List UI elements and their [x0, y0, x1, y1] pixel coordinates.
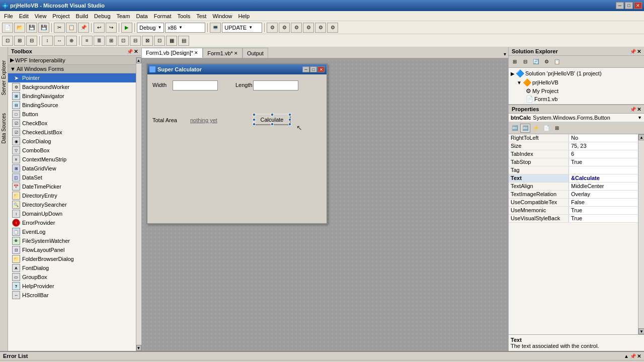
toolbox-section-wpf[interactable]: ▶ WPF Interoperability — [8, 56, 141, 65]
prop-val-tabstop[interactable]: True — [569, 158, 638, 166]
menu-file[interactable]: File — [1, 12, 16, 20]
form-title-bar[interactable]: Super Calculator ─ □ ✕ — [147, 64, 327, 74]
toolbox-item-fontdialog[interactable]: A FontDialog — [8, 263, 141, 273]
toolbar-btn1[interactable]: ⚙ — [267, 23, 278, 33]
menu-view[interactable]: View — [32, 12, 50, 20]
toolbox-item-filesystemwatcher[interactable]: 👁 FileSystemWatcher — [8, 236, 141, 245]
toolbar2-btn5[interactable]: ↔ — [54, 36, 65, 46]
action-dropdown[interactable]: UPDATE ▼ — [222, 23, 262, 33]
prop-val-tag[interactable] — [569, 166, 638, 174]
close-button[interactable]: ✕ — [634, 2, 642, 9]
props-cat-btn[interactable]: 🔤 — [510, 124, 520, 133]
toolbar2-btn13[interactable]: ⊡ — [154, 36, 165, 46]
toolbox-item-bindnav[interactable]: ⊞ BindingNavigator — [8, 92, 141, 101]
menu-window[interactable]: Window — [209, 12, 235, 20]
toolbar-run[interactable]: ▶ — [121, 23, 132, 33]
prop-name-tag[interactable]: Tag — [509, 166, 569, 174]
toolbox-item-hscrollbar[interactable]: ↔ HScrollBar — [8, 291, 141, 300]
toolbar-save[interactable]: 💾 — [26, 23, 37, 33]
toolbar2-btn14[interactable]: ▦ — [166, 36, 177, 46]
toolbox-item-bindsrc[interactable]: ⊟ BindingSource — [8, 101, 141, 110]
toolbox-item-folderbrowser[interactable]: 📁 FolderBrowserDialog — [8, 254, 141, 263]
debug-config-dropdown[interactable]: Debug ▼ — [137, 23, 164, 33]
my-project-node[interactable]: ⚙ My Project — [509, 87, 644, 95]
toolbox-item-direntry[interactable]: 📁 DirectoryEntry — [8, 191, 141, 200]
toolbox-item-datagrid[interactable]: ⊞ DataGridView — [8, 164, 141, 173]
handle-sw[interactable] — [253, 123, 256, 126]
form-close-btn[interactable]: ✕ — [317, 66, 325, 72]
toolbar-btn2[interactable]: ⚙ — [279, 23, 290, 33]
errorlist-collapse-btn[interactable]: ▲ — [624, 353, 629, 359]
tab-form-code-close[interactable]: ✕ — [234, 51, 238, 56]
toolbar-save-all[interactable]: 💾 — [38, 23, 49, 33]
toolbar2-btn3[interactable]: ⊟ — [26, 36, 37, 46]
toolbox-item-dataset[interactable]: ◫ DataSet — [8, 173, 141, 182]
toolbox-scrollbar[interactable]: ▲ ▼ — [136, 57, 141, 351]
handle-w[interactable] — [253, 118, 256, 121]
tab-form-design[interactable]: Form1.vb [Design]* ✕ — [141, 48, 203, 58]
tab-form-design-close[interactable]: ✕ — [194, 50, 198, 55]
toolbar-redo[interactable]: ↪ — [106, 23, 117, 33]
platform-dropdown[interactable]: x86 ▼ — [165, 23, 205, 33]
toolbox-item-button[interactable]: □ Button — [8, 110, 141, 119]
toolbar-btn4[interactable]: ⚙ — [303, 23, 314, 33]
form-minimize-btn[interactable]: ─ — [302, 66, 309, 72]
menu-debug[interactable]: Debug — [91, 12, 113, 20]
menu-help[interactable]: Help — [235, 12, 253, 20]
panel-collapse-btn[interactable]: ▾ — [502, 50, 508, 58]
toolbar-btn3[interactable]: ⚙ — [291, 23, 302, 33]
toolbox-item-colordialog[interactable]: ◉ ColorDialog — [8, 137, 141, 146]
toolbar2-btn7[interactable]: ≡ — [82, 36, 93, 46]
toolbox-scroll[interactable]: ▶ WPF Interoperability ▼ All Windows For… — [8, 56, 141, 351]
toolbox-item-flowlayout[interactable]: ⊡ FlowLayoutPanel — [8, 245, 141, 254]
minimize-button[interactable]: ─ — [616, 2, 624, 9]
width-input[interactable] — [173, 80, 218, 90]
toolbar-open[interactable]: 📂 — [14, 23, 25, 33]
prop-val-usemnemonic[interactable]: True — [569, 207, 638, 214]
toolbox-item-bgworker[interactable]: ⚙ BackgroundWorker — [8, 82, 141, 92]
toolbox-pin-btn[interactable]: 📌 — [127, 49, 133, 54]
toolbar2-btn10[interactable]: ⊡ — [118, 36, 129, 46]
errorlist-close-btn[interactable]: ✕ — [637, 353, 641, 359]
sol-toolbar-btn3[interactable]: 🔄 — [531, 57, 541, 66]
sol-close-btn[interactable]: ✕ — [637, 49, 641, 54]
maximize-button[interactable]: □ — [625, 2, 633, 9]
toolbar-new[interactable]: 📄 — [2, 23, 13, 33]
menu-data[interactable]: Data — [133, 12, 150, 20]
length-input[interactable] — [253, 80, 298, 90]
handle-ne[interactable] — [288, 113, 291, 116]
toolbar-btn5[interactable]: ⚙ — [315, 23, 326, 33]
menu-edit[interactable]: Edit — [16, 12, 32, 20]
toolbox-item-domainupdown[interactable]: ↕ DomainUpDown — [8, 209, 141, 218]
data-sources-tab[interactable]: Data Sources — [0, 110, 8, 147]
toolbar2-btn12[interactable]: ⊠ — [142, 36, 153, 46]
prop-name-tabindex[interactable]: TabIndex — [509, 150, 569, 158]
tab-output[interactable]: Output — [243, 48, 268, 58]
prop-val-size[interactable]: 75, 23 — [569, 142, 638, 150]
toolbar2-btn8[interactable]: ≣ — [94, 36, 105, 46]
calculate-button[interactable]: Calculate — [253, 114, 291, 125]
toolbar-cut[interactable]: ✂ — [54, 23, 65, 33]
sol-toolbar-btn2[interactable]: ⊟ — [520, 57, 530, 66]
prop-val-usevisual[interactable]: True — [569, 215, 638, 222]
toolbar-btn6[interactable]: ⚙ — [327, 23, 338, 33]
toolbox-item-datetimepicker[interactable]: 📅 DateTimePicker — [8, 182, 141, 191]
toolbox-item-checkedlist[interactable]: ☑ CheckedListBox — [8, 128, 141, 137]
prop-val-usecompat[interactable]: False — [569, 199, 638, 206]
toolbar2-btn9[interactable]: ⊞ — [106, 36, 117, 46]
toolbox-item-pointer[interactable]: ➤ Pointer — [8, 73, 141, 82]
menu-project[interactable]: Project — [49, 12, 72, 20]
toolbox-item-checkbox[interactable]: ☑ CheckBox — [8, 119, 141, 128]
server-explorer-tab[interactable]: Server Explorer — [0, 57, 8, 98]
props-scrollbar[interactable]: ▲ ▼ — [638, 134, 644, 334]
prop-name-rtl[interactable]: RightToLeft — [509, 134, 569, 142]
menu-build[interactable]: Build — [73, 12, 91, 20]
form1-node[interactable]: 📄 Form1.vb — [509, 95, 644, 103]
errorlist-pin-btn[interactable]: 📌 — [630, 353, 636, 359]
toolbar2-btn11[interactable]: ⊟ — [130, 36, 141, 46]
toolbox-item-combobox[interactable]: ▽ ComboBox — [8, 146, 141, 155]
solution-node[interactable]: ▶ 🔷 Solution 'prjHelloVB' (1 project) — [509, 69, 644, 78]
toolbox-item-eventlog[interactable]: 📋 EventLog — [8, 227, 141, 236]
props-type-dropdown[interactable]: ▼ — [637, 115, 642, 120]
toolbar2-btn6[interactable]: ⊕ — [66, 36, 77, 46]
